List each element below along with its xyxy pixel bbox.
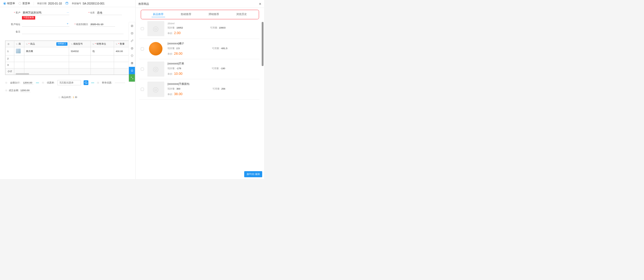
link-icon[interactable] xyxy=(129,37,135,45)
deal-label: 成交金额: xyxy=(9,89,19,92)
svg-point-9 xyxy=(131,47,133,49)
remark-input[interactable] xyxy=(22,30,124,34)
deal-icon: ㊎ xyxy=(5,89,7,92)
table-row[interactable]: 1 果倍爽 534532 包 400.00 xyxy=(6,47,130,55)
chart-icon[interactable] xyxy=(129,30,135,37)
product-item[interactable]: [0000004]橘子 现存量:2.5 可用量:-681.5 单价:28.00 xyxy=(139,39,260,59)
ellipsis-icon[interactable]: ⋯ xyxy=(67,11,69,14)
total-label: 金额合计: xyxy=(10,81,20,85)
expand-icon[interactable] xyxy=(129,74,135,82)
address-input[interactable] xyxy=(22,22,69,27)
account-period-badge: 不固定账期 xyxy=(22,16,35,20)
bottom-summary: ㊟ 商品种类 : 1 种 xyxy=(0,94,135,101)
checkbox[interactable] xyxy=(141,88,144,91)
recommendation-drawer: 推荐商品 ✕ 新品推荐 热销推荐 滞销推荐 浏览历史 ◎ 250ml 现存量:1… xyxy=(135,0,264,179)
radio-dot-icon xyxy=(3,2,6,5)
product-item[interactable]: ◎ [0000005]芒果 现存量:-178 可用量:-190 单价:10.00 xyxy=(139,59,260,80)
radio-return-label: 退货单 xyxy=(22,2,30,5)
date-value[interactable]: 2020-01-10 xyxy=(48,2,62,5)
svg-line-13 xyxy=(131,77,132,78)
product-image-placeholder: ◎ xyxy=(147,21,164,36)
tab-new[interactable]: 新品推荐 xyxy=(152,12,165,17)
scan-input-badge[interactable]: 扫码录入 xyxy=(56,42,67,46)
tab-hot[interactable]: 热销推荐 xyxy=(179,12,193,17)
total-value: 1200.00 xyxy=(23,81,33,85)
docno-label: 单据编号 xyxy=(72,2,81,5)
shield-icon[interactable] xyxy=(129,52,135,59)
list-icon[interactable] xyxy=(129,22,135,30)
warehouse-label: 仓库 xyxy=(80,11,97,15)
product-list: ◎ 250ml 现存量:19952 可用量:19903 单价:2.00 [000… xyxy=(136,21,264,104)
radio-dot-icon xyxy=(19,2,21,5)
checkbox[interactable] xyxy=(141,27,144,30)
product-name: 250ml xyxy=(167,22,258,25)
star-icon[interactable] xyxy=(129,67,135,74)
remark-label: 备注 xyxy=(5,30,22,34)
col-image[interactable]: 商 xyxy=(14,41,24,47)
horizontal-scrollbar[interactable] xyxy=(16,73,29,75)
dash-icon: — xyxy=(36,81,39,84)
top-bar: 销货单 退货单 单据日期 2020-01-10 单据编号 SA-20200110… xyxy=(0,0,135,7)
product-image-orange xyxy=(149,42,162,55)
svg-text:¥: ¥ xyxy=(131,62,132,64)
radio-sales-label: 销货单 xyxy=(7,2,15,5)
drawer-title: 推荐商品 xyxy=(138,2,149,6)
col-spec[interactable]: 规格型号 xyxy=(69,41,90,47)
svg-marker-12 xyxy=(131,69,133,72)
close-icon[interactable]: ✕ xyxy=(259,2,261,6)
due-date-label: 收款到期日 xyxy=(71,22,90,27)
discount-value[interactable] xyxy=(115,82,125,83)
docno-value: SA-20200110-001 xyxy=(83,2,105,5)
product-item[interactable]: ◎ [0000006]手撕面包 现存量:300 可用量:256 单价:38.00 xyxy=(139,79,260,100)
col-product[interactable]: 商品扫码录入 xyxy=(24,41,69,47)
table-row[interactable]: 2 xyxy=(6,55,130,62)
coupon-input[interactable] xyxy=(57,80,81,85)
col-qty[interactable]: 数量 xyxy=(114,41,130,47)
money-icon[interactable]: ¥ xyxy=(129,59,135,67)
deal-value: 1200.00 xyxy=(20,89,30,92)
radio-return-order[interactable]: 退货单 xyxy=(19,2,30,5)
gear-icon[interactable]: ⚙ xyxy=(7,43,10,45)
select-return-button[interactable]: 选中(0) 返回 xyxy=(244,171,262,177)
refresh-icon[interactable] xyxy=(84,80,88,85)
product-name: [0000005]芒果 xyxy=(167,62,258,66)
product-item[interactable]: ◎ 250ml 现存量:19952 可用量:19903 单价:2.00 xyxy=(139,21,260,39)
tabs-row: 新品推荐 热销推荐 滞销推荐 浏览历史 xyxy=(141,10,259,19)
coupon-label: 优惠券: xyxy=(47,81,55,85)
date-label: 单据日期 xyxy=(37,2,47,5)
col-unit[interactable]: 销售单位 xyxy=(90,41,114,47)
currency-icon: ㊎ xyxy=(5,81,7,85)
svg-line-14 xyxy=(132,78,133,79)
discount-icon: ㊝ xyxy=(97,81,99,85)
warehouse-input[interactable] xyxy=(97,11,122,15)
product-name: [0000006]手撕面包 xyxy=(167,82,258,86)
tabs-highlight-annotation: 新品推荐 热销推荐 滞销推荐 浏览历史 xyxy=(141,10,259,19)
vertical-scrollbar[interactable] xyxy=(262,22,263,66)
dash-icon: — xyxy=(91,81,94,84)
coupon-icon: ㊕ xyxy=(42,81,44,85)
address-label: 客户地址 xyxy=(5,22,22,27)
calendar-icon[interactable] xyxy=(65,2,69,5)
product-image-placeholder: ◎ xyxy=(147,82,164,97)
checkbox[interactable] xyxy=(141,47,144,50)
product-image-cell[interactable] xyxy=(14,47,24,55)
customer-label: 客户 xyxy=(5,11,22,15)
exchange-icon[interactable] xyxy=(129,45,135,52)
side-toolbar: ¥ xyxy=(129,22,135,82)
checkbox[interactable] xyxy=(141,68,144,71)
discount-label: 整单优惠: xyxy=(102,81,112,85)
table-row[interactable]: 3 xyxy=(6,62,130,68)
items-table: ⚙ 商 商品扫码录入 规格型号 销售单位 数量 1 果倍爽 534532 包 4… xyxy=(5,40,130,75)
product-name: [0000004]橘子 xyxy=(167,42,258,45)
kind-icon: ㊟ xyxy=(58,96,61,99)
radio-sales-order[interactable]: 销货单 xyxy=(3,2,15,5)
customer-input[interactable] xyxy=(22,11,69,15)
main-form-panel: 销货单 退货单 单据日期 2020-01-10 单据编号 SA-20200110… xyxy=(0,0,135,179)
svg-rect-0 xyxy=(66,2,68,4)
chevron-down-icon[interactable] xyxy=(66,22,69,25)
tab-history[interactable]: 浏览历史 xyxy=(235,12,248,17)
product-image-placeholder: ◎ xyxy=(147,62,164,77)
due-date-input[interactable] xyxy=(90,22,115,27)
tab-slow[interactable]: 滞销推荐 xyxy=(207,12,220,17)
